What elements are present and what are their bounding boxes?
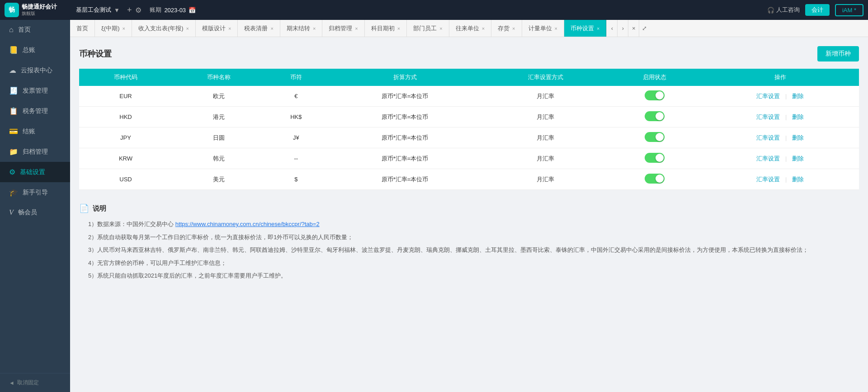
tab-income-report[interactable]: 收入支出表(年报) × <box>132 20 196 37</box>
close-icon[interactable]: × <box>270 26 273 31</box>
table-row: KRW 韩元 -- 原币*汇率=本位币 月汇率 汇率设置 | 删除 <box>79 148 859 169</box>
sidebar-item-label: 归档管理 <box>23 148 48 156</box>
delete-link[interactable]: 删除 <box>792 93 804 99</box>
sidebar-item-cloud-report[interactable]: ☁ 云报表中心 <box>0 60 70 80</box>
tab-close-all-button[interactable]: × <box>628 20 639 37</box>
cell-status[interactable] <box>608 169 701 190</box>
rate-settings-link[interactable]: 汇率设置 <box>756 93 780 99</box>
chinamoney-link[interactable]: https://www.chinamoney.com.cn/chinese/bk… <box>175 221 320 227</box>
cell-status[interactable] <box>608 128 701 148</box>
close-icon[interactable]: × <box>439 26 442 31</box>
close-icon[interactable]: × <box>512 26 515 31</box>
cell-status[interactable] <box>608 107 701 128</box>
table-row: USD 美元 $ 原币*汇率=本位币 月汇率 汇率设置 | 删除 <box>79 169 859 190</box>
sidebar-item-invoice[interactable]: 🧾 发票管理 <box>0 80 70 101</box>
sidebar-item-label: 结账 <box>23 128 35 136</box>
home-icon: ⌂ <box>9 26 14 34</box>
tab-period-middle[interactable]: ξ(中期) × <box>95 20 132 37</box>
cell-symbol: € <box>265 86 327 107</box>
sidebar-item-guide[interactable]: 🎓 新手引导 <box>0 182 70 203</box>
rate-settings-link[interactable]: 汇率设置 <box>756 113 780 120</box>
rate-settings-link[interactable]: 汇率设置 <box>756 176 780 183</box>
rate-settings-link[interactable]: 汇率设置 <box>756 134 780 141</box>
tab-next-button[interactable]: › <box>617 20 628 37</box>
iam-button[interactable]: iAM * <box>835 4 863 16</box>
cell-symbol: HK$ <box>265 107 327 128</box>
new-currency-button[interactable]: 新增币种 <box>817 46 859 61</box>
toggle-switch[interactable] <box>645 90 665 100</box>
cell-status[interactable] <box>608 86 701 107</box>
action-separator: | <box>785 155 787 162</box>
sidebar-item-member[interactable]: V 畅会员 <box>0 203 70 222</box>
close-icon[interactable]: × <box>313 26 316 31</box>
close-icon[interactable]: × <box>397 26 400 31</box>
tab-archive-mgmt[interactable]: 归档管理 × <box>322 20 364 37</box>
rate-settings-link[interactable]: 汇率设置 <box>756 155 780 162</box>
tab-subject-init[interactable]: 科目期初 × <box>365 20 407 37</box>
support-button[interactable]: 🎧 人工咨询 <box>767 6 800 14</box>
close-icon[interactable]: × <box>482 26 485 31</box>
guide-icon: 🎓 <box>9 188 18 197</box>
add-button[interactable]: + <box>127 5 132 15</box>
close-icon[interactable]: × <box>555 26 557 31</box>
sidebar-item-archive[interactable]: 📁 归档管理 <box>0 142 70 162</box>
invoice-icon: 🧾 <box>9 86 18 95</box>
col-rate-type: 汇率设置方式 <box>483 69 609 86</box>
cell-status[interactable] <box>608 148 701 169</box>
app-name: 畅捷通好会计 <box>22 3 57 11</box>
account-button[interactable]: 会计 <box>805 4 830 16</box>
toggle-switch[interactable] <box>645 111 665 121</box>
close-icon[interactable]: × <box>122 26 125 31</box>
headset-icon: 🎧 <box>767 7 774 14</box>
delete-link[interactable]: 删除 <box>792 113 804 120</box>
toggle-switch[interactable] <box>645 174 665 184</box>
sidebar-item-checkout[interactable]: 💳 结账 <box>0 121 70 142</box>
delete-link[interactable]: 删除 <box>792 134 804 141</box>
toggle-switch[interactable] <box>645 153 665 163</box>
chevron-down-icon: ▼ <box>114 7 120 14</box>
company-selector[interactable]: 基层工会测试 ▼ <box>76 6 120 14</box>
unpin-button[interactable]: ◄ 取消固定 <box>0 373 70 392</box>
currency-table: 币种代码 币种名称 币符 折算方式 汇率设置方式 启用状态 操作 EUR 欧元 … <box>79 69 859 190</box>
cloud-icon: ☁ <box>9 66 16 75</box>
cell-calc-method: 原币*汇率=本位币 <box>327 128 483 148</box>
tab-inventory[interactable]: 存货 × <box>491 20 522 37</box>
cell-calc-method: 原币*汇率=本位币 <box>327 107 483 128</box>
sidebar-item-settings[interactable]: ⚙ 基础设置 <box>0 162 70 182</box>
cell-actions: 汇率设置 | 删除 <box>701 128 859 148</box>
close-icon[interactable]: × <box>228 26 231 31</box>
close-icon[interactable]: × <box>355 26 358 31</box>
tab-department[interactable]: 部门员工 × <box>407 20 449 37</box>
settings-icon[interactable]: ⚙ <box>135 6 142 14</box>
cell-code: KRW <box>79 148 172 169</box>
ledger-icon: 📒 <box>9 46 18 54</box>
main-content: 币种设置 新增币种 币种代码 币种名称 币符 折算方式 汇率设置方式 启用状态 … <box>70 37 868 392</box>
support-label: 人工咨询 <box>776 6 800 14</box>
tab-period-end[interactable]: 期末结转 × <box>280 20 322 37</box>
delete-link[interactable]: 删除 <box>792 155 804 162</box>
cell-symbol: $ <box>265 169 327 190</box>
sidebar-item-label: 首页 <box>18 26 31 34</box>
sidebar-item-home[interactable]: ⌂ 首页 <box>0 20 70 40</box>
tab-prev-button[interactable]: ‹ <box>606 20 617 37</box>
tab-measure-unit[interactable]: 计量单位 × <box>522 20 564 37</box>
action-separator: | <box>785 176 787 183</box>
tab-expand-button[interactable]: ⤢ <box>639 20 650 37</box>
tab-currency-settings[interactable]: 币种设置 × <box>564 20 606 37</box>
tab-tax-book[interactable]: 税表清册 × <box>238 20 280 37</box>
delete-link[interactable]: 删除 <box>792 176 804 183</box>
notice-icon: 📄 <box>79 203 89 213</box>
member-icon: V <box>9 208 14 217</box>
tab-contacts[interactable]: 往来单位 × <box>449 20 491 37</box>
cell-name: 欧元 <box>172 86 265 107</box>
tax-icon: 📋 <box>9 107 18 115</box>
tab-home[interactable]: 首页 <box>70 20 95 37</box>
calendar-icon[interactable]: 📅 <box>189 7 196 14</box>
sidebar-item-tax[interactable]: 📋 税务管理 <box>0 101 70 121</box>
toggle-switch[interactable] <box>645 132 665 142</box>
sidebar-item-ledger[interactable]: 📒 总账 <box>0 40 70 60</box>
tab-template-design[interactable]: 模版设计 × <box>196 20 238 37</box>
close-icon[interactable]: × <box>597 26 599 31</box>
cell-calc-method: 原币*汇率=本位币 <box>327 148 483 169</box>
close-icon[interactable]: × <box>186 26 189 31</box>
